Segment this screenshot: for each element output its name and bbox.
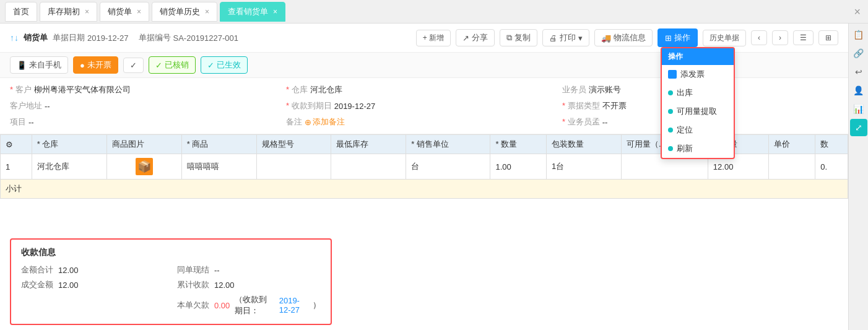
new-button[interactable]: + 新增 — [416, 30, 451, 46]
tab-sales-history[interactable]: 销货单历史 × — [152, 2, 217, 22]
customer-label: 客户 — [10, 84, 32, 95]
sidebar-icon-expand[interactable]: ⤢ — [850, 119, 867, 136]
check-button[interactable]: ✓ — [123, 58, 144, 73]
dropdown-item-invoice[interactable]: 添发票 — [662, 65, 734, 84]
transaction-row: 成交金额 12.00 — [21, 279, 165, 290]
dropdown-arrow-icon: ▾ — [578, 33, 583, 43]
tab-view-sales[interactable]: 查看销货单 × — [220, 2, 285, 22]
same-order-label: 同单现结 — [177, 264, 209, 276]
col-extra: 数 — [815, 135, 848, 154]
payment-grid: 金额合计 12.00 同单现结 -- 成交金额 12.00 累计收款 12.00 — [21, 264, 321, 316]
address-label: 客户地址 — [10, 100, 42, 111]
dropdown-item-locate[interactable]: 定位 — [662, 121, 734, 139]
view-list-button[interactable]: ☰ — [793, 30, 814, 45]
history-button[interactable]: 历史单据 — [703, 30, 746, 46]
cumulative-row: 累计收款 12.00 — [177, 279, 321, 290]
document-header: ↑↓ 销货单 单据日期 2019-12-27 单据编号 SA-20191227-… — [0, 24, 848, 53]
ticket-type-label: 票据类型 — [562, 100, 600, 111]
printer-icon: 🖨 — [549, 33, 557, 43]
logistics-button[interactable]: 🚚 物流信息 — [594, 29, 653, 46]
invoice-icon — [668, 70, 677, 79]
right-sidebar: 📋 🔗 ↩ 👤 📊 ⤢ — [848, 24, 868, 330]
doc-type-icon: ↑↓ — [10, 33, 19, 43]
tab-close-view[interactable]: × — [273, 7, 277, 16]
status-sold: ✓ 已核销 — [149, 56, 196, 74]
grid-icon: ⊞ — [665, 33, 672, 43]
total-label: 金额合计 — [21, 264, 53, 276]
nav-prev-button[interactable]: ‹ — [751, 30, 767, 45]
doc-date-label: 单据日期 2019-12-27 — [53, 32, 129, 43]
empty-cell — [21, 294, 165, 316]
tab-close-history[interactable]: × — [205, 7, 209, 16]
ticket-type-value: 不开票 — [602, 100, 627, 111]
note-label: 备注 — [286, 116, 302, 128]
address-value: -- — [45, 102, 50, 111]
cell-qty: 1.00 — [490, 154, 547, 180]
subtotal-cell: 小计 — [1, 180, 848, 199]
sidebar-icon-link[interactable]: 🔗 — [850, 45, 867, 62]
sidebar-icon-reply[interactable]: ↩ — [850, 63, 867, 80]
warehouse-label: 仓库 — [286, 84, 308, 95]
refresh-dot — [668, 146, 673, 151]
not-open-button[interactable]: ● 未开票 — [73, 56, 118, 74]
tab-close-inventory[interactable]: × — [85, 7, 89, 16]
customer-value: 柳州粤港平安气体有限公司 — [34, 84, 131, 95]
due-prefix: （收款到期日： — [235, 294, 274, 316]
project-value: -- — [28, 118, 34, 127]
add-note-button[interactable]: ⊕ 添加备注 — [305, 116, 345, 128]
tab-inventory-init[interactable]: 库存期初 × — [40, 2, 97, 22]
due-date-value: 2019-12-27 — [279, 296, 308, 315]
sidebar-icon-user[interactable]: 👤 — [850, 82, 867, 99]
nav-next-button[interactable]: › — [772, 30, 788, 45]
cell-warehouse: 河北仓库 — [32, 154, 106, 180]
same-order-value: -- — [214, 266, 220, 275]
project-label: 项目 — [10, 116, 26, 128]
warehouse-value: 河北仓库 — [310, 84, 342, 95]
col-spec: 规格型号 — [256, 135, 331, 154]
operations-button[interactable]: ⊞ 操作 — [658, 28, 698, 47]
print-button-wrapper: 🖨 打印 ▾ — [542, 29, 589, 46]
cell-pack-qty: 1台 — [547, 154, 622, 180]
copy-icon: ⧉ — [506, 33, 512, 43]
locate-dot — [668, 128, 673, 132]
product-thumbnail: 📦 — [136, 158, 153, 175]
same-order-row: 同单现结 -- — [177, 264, 321, 276]
dropdown-item-outbound[interactable]: 出库 — [662, 84, 734, 102]
dropdown-item-refresh[interactable]: 刷新 — [662, 139, 734, 158]
status-effect: ✓ 已生效 — [201, 56, 248, 74]
dropdown-item-available[interactable]: 可用量提取 — [662, 102, 734, 121]
tab-home[interactable]: 首页 — [5, 2, 37, 22]
copy-button[interactable]: ⧉ 复制 — [500, 29, 537, 46]
due-date-value: 2019-12-27 — [334, 102, 376, 111]
window-close-button[interactable]: × — [854, 5, 861, 18]
tab-bar: 首页 库存期初 × 销货单 × 销货单历史 × 查看销货单 × × — [0, 0, 868, 24]
tab-sales-order[interactable]: 销货单 × — [100, 2, 149, 22]
sidebar-icon-chart[interactable]: 📊 — [850, 100, 867, 118]
cumulative-value: 12.00 — [214, 280, 235, 290]
col-image: 商品图片 — [106, 135, 181, 154]
transaction-label: 成交金额 — [21, 279, 53, 290]
dropdown-header: 操作 — [662, 48, 734, 65]
cell-min-stock — [331, 154, 406, 180]
due-date-label: 收款到期日 — [286, 100, 332, 111]
total-value: 12.00 — [58, 266, 79, 275]
cell-image: 📦 — [106, 154, 181, 180]
sidebar-icon-doc[interactable]: 📋 — [850, 26, 867, 43]
from-phone-button[interactable]: 📱 来自手机 — [10, 56, 68, 74]
total-row: 金额合计 12.00 — [21, 264, 165, 276]
doc-meta: 单据日期 2019-12-27 单据编号 SA-20191227-001 — [53, 32, 238, 43]
check-circle-icon: ✓ — [155, 61, 162, 70]
share-button[interactable]: ↗ 分享 — [456, 29, 495, 46]
col-product: * 商品 — [181, 135, 256, 154]
cell-product: 嘻嘻嘻嘻 — [181, 154, 256, 180]
tab-close-sales[interactable]: × — [137, 7, 141, 16]
salesperson-value: -- — [602, 118, 608, 127]
operator-value: 演示账号 — [589, 84, 621, 95]
due-date-field: 收款到期日 2019-12-27 — [286, 100, 562, 111]
view-grid-button[interactable]: ⊞ — [818, 30, 838, 45]
available-dot — [668, 109, 673, 114]
main-content: ↑↓ 销货单 单据日期 2019-12-27 单据编号 SA-20191227-… — [0, 24, 848, 330]
document-actions: + 新增 ↗ 分享 ⧉ 复制 🖨 打印 ▾ 🚚 — [416, 28, 838, 47]
print-button[interactable]: 🖨 打印 ▾ — [542, 29, 589, 46]
col-unit: * 销售单位 — [406, 135, 490, 154]
